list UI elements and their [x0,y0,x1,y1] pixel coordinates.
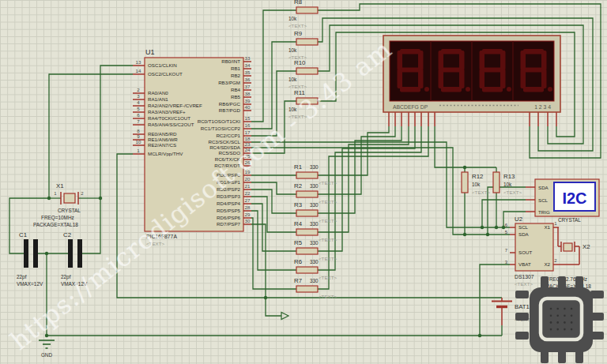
resistor-ref-label: R11 [294,89,305,96]
i2c-pin-label: SCL [538,197,549,203]
u1-note-label: <TEXT> [146,241,164,246]
u1-pin-number: 40 [245,104,251,110]
u1-pin-name: RD2/PSP2 [217,186,240,192]
display-digits-label: 1 2 3 4 [534,104,551,110]
u1-ref-label: U1 [145,48,155,56]
resistor-r8-body[interactable] [296,7,318,13]
u2-pin-number: 7 [505,248,508,253]
x1-pin-number: 1 [54,191,57,196]
u2-pin-name: X1 [544,224,550,230]
resistor-r3-body[interactable] [296,210,318,216]
u1-pin-name: RE2/AN7/CS [148,142,176,148]
resistor-ref-label: R3 [294,201,302,208]
u1-pin-name: RA0/AN0 [148,90,168,96]
resistor-value-label: 10k [288,16,297,21]
u1-pin-number: 27 [245,197,251,203]
resistor-note-label: <TEXT> [319,294,337,299]
resistor-note-label: <TEXT> [472,190,490,195]
bat1-ref-label: BAT1 [515,303,530,310]
crystal-x1-body[interactable] [64,193,75,203]
resistor-value-label: 330 [310,240,319,246]
u1-pin-name: RC5/SDO [218,150,240,156]
u1-pin-number: 18 [245,136,251,141]
u2-pin-number: 1 [554,221,557,226]
resistor-note-label: <TEXT> [503,190,522,195]
seven-segment-display[interactable] [383,36,560,112]
resistor-r1-body[interactable] [296,172,318,178]
resistor-ref-label: R7 [294,277,302,284]
resistor-value-label: 330 [310,183,319,189]
u1-pin-number: 35 [245,69,251,75]
u1-pin-number: 8 [137,128,140,133]
resistor-ref-label: R1 [294,163,302,171]
x1-package-label: PACKAGE=XTAL18 [33,222,78,227]
u1-pin-name: RD4/PSP4 [217,201,240,206]
u1-pin-name: RC3/SCK/SCL [208,139,240,144]
resistor-r12-body[interactable] [462,172,468,193]
u1-pin-number: 4 [137,99,140,105]
u1-pin-name: RE1/AN6/WR [148,137,178,142]
resistor-value-label: 10k [288,47,297,53]
resistor-ref-label: R12 [472,173,483,180]
c2-vmax-label: VMAX=12V [61,281,88,287]
u2-pin-name: SOUT [518,250,532,255]
u1-pin-number: 17 [245,129,251,135]
resistor-ref-label: R5 [294,239,303,246]
x1-pin-number: 2 [81,191,84,196]
u1-pin-number: 14 [136,68,141,73]
u1-pin-number: 21 [245,183,251,189]
cap-c2-body[interactable] [68,239,73,268]
resistor-r13-body[interactable] [493,172,500,193]
cap-c1-body[interactable] [24,239,28,268]
u1-pin-number: 24 [245,147,251,152]
u1-pin-number: 36 [245,77,251,82]
resistor-value-label: 330 [310,202,319,208]
u1-pin-name: RA4/T0CKI/C1OUT [148,115,190,121]
resistor-r5-body[interactable] [296,248,318,254]
resistor-r10-body[interactable] [296,68,318,74]
u1-pin-number: 19 [245,169,251,174]
resistor-note-label: <TEXT> [319,180,337,186]
resistor-value-label: 10k [288,107,297,112]
u1-pin-number: 28 [245,205,251,210]
resistor-note-label: <TEXT> [319,218,337,223]
resistor-r2-body[interactable] [296,191,318,197]
u1-pin-name: RB7/PGD [219,107,241,113]
u1-pin-name: RB2 [231,73,241,78]
x2-type-label: CRYSTAL [558,217,581,223]
resistor-note-label: <TEXT> [288,84,307,89]
resistor-r7-body[interactable] [296,286,318,292]
u2-part-label: DS1307 [515,274,534,280]
x1-freq-label: FREQ=10MHz [41,215,74,221]
u1-pin-name: RB1 [231,66,241,71]
resistor-r6-body[interactable] [296,267,318,273]
u1-pin-name: MCLR/Vpp/THV [148,151,183,156]
u1-pin-number: 22 [245,190,251,196]
c1-value-label: 22pf [17,274,27,280]
u1-pin-number: 16 [245,122,251,128]
u1-pin-number: 5 [137,106,140,111]
u1-pin-number: 34 [245,62,251,68]
resistor-r4-body[interactable] [296,229,318,235]
u2-note-label: <TEXT> [515,281,533,287]
resistor-value-label: 330 [310,278,319,283]
resistor-note-label: <TEXT> [288,23,307,28]
resistor-ref-label: R6 [294,258,302,265]
u1-pin-name: RB5 [231,94,241,99]
u2-ref-label: U2 [515,216,522,223]
resistor-value-label: 10k [288,77,297,82]
u1-pin-number: 1 [137,148,140,153]
u1-pin-name: RD0/PSP0 [217,172,240,178]
u1-pin-name: OSC1/CLKIN [148,62,177,68]
resistor-ref-label: R13 [503,173,515,180]
crystal-x2-body[interactable] [564,243,572,251]
u1-pin-number: 9 [137,133,140,139]
u2-pin-name: VBAT [518,261,531,267]
u1-pin-name: RE0/AN5/RD [148,131,177,137]
resistor-r11-body[interactable] [296,98,318,104]
u1-pin-name: RC1/T1OSI/CCP2 [201,126,241,131]
u1-pin-name: RA3/AN3/VREF+ [148,109,186,114]
resistor-r9-body[interactable] [296,39,318,45]
x2-ref-label: X2 [582,243,590,250]
resistor-ref-label: R4 [294,220,303,227]
